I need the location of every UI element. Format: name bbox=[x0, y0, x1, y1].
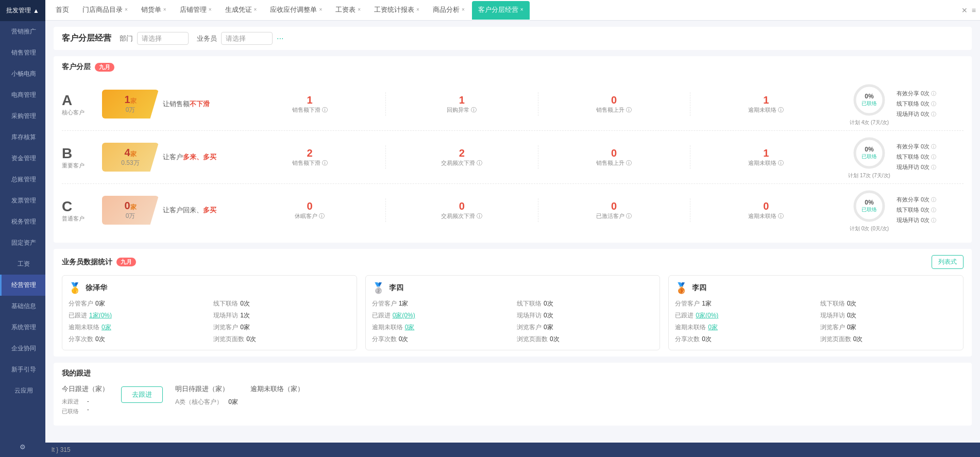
sales-select[interactable]: 请选择 bbox=[221, 32, 273, 45]
sidebar-item-销售管理[interactable]: 销售管理 bbox=[0, 42, 45, 63]
tier-circle-box: 0% 已联络 计划 0次 (0天/次) bbox=[846, 188, 892, 232]
tab-menu-icon[interactable]: ≡ bbox=[972, 6, 976, 14]
filter-more-icon[interactable]: ··· bbox=[277, 34, 283, 43]
sidebar-item-云应用[interactable]: 云应用 bbox=[0, 380, 45, 401]
tier-slogan: 让客户回来、多买 bbox=[163, 206, 230, 215]
tab-首页[interactable]: 首页 bbox=[49, 1, 75, 20]
content-area: 客户分层经营 部门 请选择 业务员 请选择 ··· 客户分层 九月 A核心客户1 bbox=[45, 21, 980, 443]
sidebar-item-企业协同[interactable]: 企业协同 bbox=[0, 338, 45, 359]
tab-close-icon[interactable]: × bbox=[520, 7, 523, 12]
settings-icon[interactable]: ⚙ bbox=[0, 437, 45, 457]
tab-close-icon[interactable]: × bbox=[416, 7, 419, 12]
medal-icon: 🥇 bbox=[69, 282, 81, 294]
stat-num: 0 bbox=[390, 200, 533, 212]
sidebar-item-总账管理[interactable]: 总账管理 bbox=[0, 169, 45, 190]
tab-close-icon[interactable]: × bbox=[209, 7, 212, 12]
tab-生成凭证[interactable]: 生成凭证× bbox=[219, 1, 263, 20]
sidebar-item-营销推广[interactable]: 营销推广 bbox=[0, 21, 45, 42]
biz-name: 徐泽华 bbox=[86, 283, 107, 293]
tier-circle-box: 0% 已联络 计划 4次 (7天/次) bbox=[846, 82, 892, 126]
tab-工资表[interactable]: 工资表× bbox=[329, 1, 367, 20]
biz-item-val[interactable]: 0家 bbox=[405, 323, 415, 332]
tab-店铺管理[interactable]: 店铺管理× bbox=[174, 1, 218, 20]
tab-客户分层经营[interactable]: 客户分层经营× bbox=[472, 1, 530, 20]
sidebar-item-基础信息[interactable]: 基础信息 bbox=[0, 296, 45, 317]
sidebar-item-税务管理[interactable]: 税务管理 bbox=[0, 211, 45, 232]
tier-right-stats: 有效分享 0次 ⓘ线下联络 0次 ⓘ现场拜访 0次 ⓘ bbox=[897, 89, 964, 119]
chevron-down-icon: ▲ bbox=[33, 7, 39, 14]
tier-row-C: C普通客户0家0万让客户回来、多买0休眠客户 ⓘ0交易频次下滑 ⓘ0已激活客户 … bbox=[62, 184, 964, 236]
followup-section: 我的跟进 今日跟进（家） 未跟进 已联络 - - bbox=[54, 363, 972, 426]
stat-box[interactable]: 0销售额上升 ⓘ bbox=[538, 92, 690, 116]
tier-letter: A bbox=[62, 92, 98, 109]
page-header: 客户分层经营 部门 请选择 业务员 请选择 ··· bbox=[54, 27, 972, 50]
stat-label: 交易频次下滑 ⓘ bbox=[390, 212, 533, 220]
customer-section-title: 客户分层 九月 bbox=[62, 62, 964, 72]
list-view-button[interactable]: 列表式 bbox=[932, 255, 964, 269]
sidebar-item-固定资产[interactable]: 固定资产 bbox=[0, 232, 45, 253]
stat-box[interactable]: 1逾期未联络 ⓘ bbox=[690, 92, 842, 116]
tab-close-icon[interactable]: × bbox=[462, 7, 465, 12]
sidebar-item-经营管理[interactable]: 经营管理 bbox=[0, 275, 45, 296]
stat-box[interactable]: 2交易频次下滑 ⓘ bbox=[386, 145, 538, 169]
biz-stat-item: 浏览客户0家 bbox=[517, 323, 653, 332]
right-stat-item: 有效分享 0次 ⓘ bbox=[897, 89, 964, 99]
tier-count-box[interactable]: 0家0万 bbox=[102, 196, 159, 225]
biz-item-val[interactable]: 0家 bbox=[708, 323, 718, 332]
goto-followup-button[interactable]: 去跟进 bbox=[121, 386, 163, 403]
tab-应收应付调整单[interactable]: 应收应付调整单× bbox=[264, 1, 328, 20]
right-stat-item: 现场拜访 0次 ⓘ bbox=[897, 215, 964, 226]
biz-stat-item: 现场拜访0次 bbox=[820, 311, 957, 320]
sidebar-item-采购管理[interactable]: 采购管理 bbox=[0, 106, 45, 127]
biz-item-label: 现场拜访 bbox=[517, 311, 542, 320]
biz-item-label: 逾期未联络 bbox=[69, 323, 99, 332]
biz-item-val[interactable]: 0家(0%) bbox=[393, 311, 415, 320]
tab-close-icon[interactable]: × bbox=[125, 7, 128, 12]
dept-filter: 部门 请选择 bbox=[120, 32, 189, 45]
tab-close-icon[interactable]: × bbox=[163, 7, 166, 12]
biz-item-label: 逾期未联络 bbox=[372, 323, 403, 332]
stat-box[interactable]: 1逾期未联络 ⓘ bbox=[690, 145, 842, 169]
tab-label: 商品分析 bbox=[433, 5, 460, 14]
tab-label: 工资统计报表 bbox=[374, 5, 414, 14]
tab-商品分析[interactable]: 商品分析× bbox=[427, 1, 471, 20]
stat-box[interactable]: 2销售额下滑 ⓘ bbox=[234, 145, 386, 169]
biz-item-label: 已跟进 bbox=[69, 311, 87, 320]
stat-label: 销售额下滑 ⓘ bbox=[238, 106, 381, 114]
stat-box[interactable]: 0逾期未联络 ⓘ bbox=[690, 198, 842, 222]
tier-count-box[interactable]: 1家0万 bbox=[102, 90, 159, 119]
sidebar-item-发票管理[interactable]: 发票管理 bbox=[0, 190, 45, 211]
dept-select[interactable]: 请选择 bbox=[137, 32, 189, 45]
sidebar-item-电商管理[interactable]: 电商管理 bbox=[0, 84, 45, 106]
tab-销货单[interactable]: 销货单× bbox=[135, 1, 173, 20]
stat-box[interactable]: 0销售额上升 ⓘ bbox=[538, 145, 690, 169]
sidebar-item-新手引导[interactable]: 新手引导 bbox=[0, 359, 45, 380]
biz-item-val: 0家 bbox=[847, 323, 857, 332]
tab-close-icon[interactable]: × bbox=[319, 7, 322, 12]
tab-工资统计报表[interactable]: 工资统计报表× bbox=[368, 1, 426, 20]
stat-box[interactable]: 0休眠客户 ⓘ bbox=[234, 198, 386, 222]
sidebar-item-库存核算[interactable]: 库存核算 bbox=[0, 127, 45, 148]
tab-门店商品目录[interactable]: 门店商品目录× bbox=[76, 1, 134, 20]
stat-num: 0 bbox=[695, 200, 838, 212]
biz-item-val[interactable]: 0家 bbox=[102, 323, 111, 332]
biz-item-label: 线下联络 bbox=[820, 299, 845, 308]
tier-count-box[interactable]: 4家0.53万 bbox=[102, 143, 159, 172]
stat-box[interactable]: 0交易频次下滑 ⓘ bbox=[386, 198, 538, 222]
sidebar-item-小畅电商[interactable]: 小畅电商 bbox=[0, 63, 45, 84]
sidebar-logo[interactable]: 批发管理 ▲ bbox=[0, 0, 45, 21]
sidebar-item-资金管理[interactable]: 资金管理 bbox=[0, 148, 45, 169]
circle-label: 已联络 bbox=[861, 100, 877, 107]
sidebar-item-系统管理[interactable]: 系统管理 bbox=[0, 317, 45, 338]
sidebar-item-工资[interactable]: 工资 bbox=[0, 253, 45, 275]
tab-close-icon[interactable]: × bbox=[254, 7, 257, 12]
biz-item-label: 浏览页面数 bbox=[820, 335, 851, 344]
tab-close-icon[interactable]: × bbox=[358, 7, 361, 12]
stat-box[interactable]: 0已激活客户 ⓘ bbox=[538, 198, 690, 222]
biz-item-val[interactable]: 0家(0%) bbox=[696, 311, 718, 320]
close-all-icon[interactable]: ✕ bbox=[961, 6, 968, 14]
stat-box[interactable]: 1销售额下滑 ⓘ bbox=[234, 92, 386, 116]
stat-box[interactable]: 1回购异常 ⓘ bbox=[386, 92, 538, 116]
tier-letter-box: C普通客户 bbox=[62, 198, 98, 223]
biz-item-val[interactable]: 1家(0%) bbox=[89, 311, 112, 320]
